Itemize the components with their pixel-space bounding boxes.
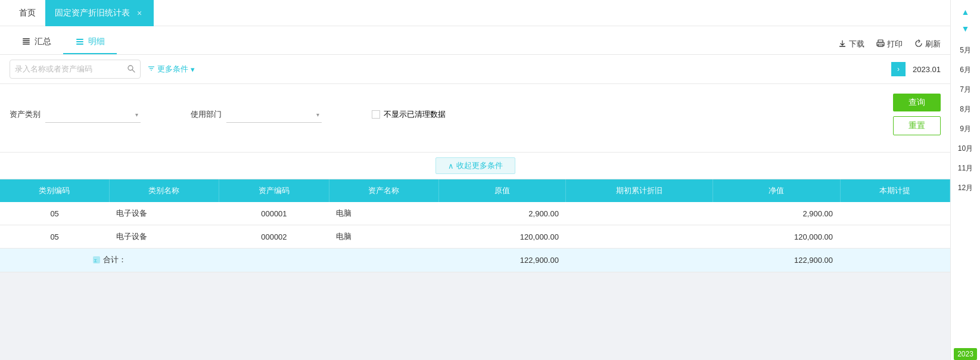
asset-category-select[interactable]: [45, 106, 141, 123]
download-button[interactable]: 下载: [838, 39, 864, 49]
collapse-label: 收起更多条件: [456, 160, 503, 171]
total-row: Σ 合计： 122,900.00 122,900.00: [0, 249, 950, 272]
svg-rect-4: [76, 39, 83, 40]
filter-actions: 查询 重置: [893, 94, 941, 135]
nav-home[interactable]: 首页: [10, 0, 45, 26]
tab-summary-label: 汇总: [35, 36, 51, 47]
col-category-code: 类别编码: [0, 179, 109, 202]
use-dept-select[interactable]: [226, 106, 322, 123]
sub-tabs-bar: 汇总 明细: [0, 26, 950, 55]
asset-category-filter: 资产类别: [10, 106, 141, 123]
filter-icon: [148, 65, 155, 74]
tab-detail[interactable]: 明细: [63, 36, 117, 54]
cell-net-value: 120,000.00: [713, 225, 840, 249]
print-icon: [876, 39, 885, 49]
cell-accumulated-depreciation: [566, 202, 713, 225]
cell-original-value: 120,000.00: [439, 225, 566, 249]
svg-rect-7: [839, 46, 845, 47]
month-item[interactable]: 12月: [956, 178, 975, 198]
tab-summary[interactable]: 汇总: [10, 36, 63, 54]
month-item[interactable]: 8月: [956, 100, 975, 119]
asset-category-label: 资产类别: [10, 109, 41, 120]
col-accumulated-depreciation: 期初累计折旧: [566, 179, 713, 202]
cell-current-provision: [840, 202, 950, 225]
svg-rect-0: [23, 40, 30, 41]
filter-bar: 录入名称或者资产编码 更多条件 ▾: [0, 55, 950, 84]
right-panel: ▲ ▼ 5月6月7月8月9月10月11月12月 2023: [950, 0, 980, 360]
asset-category-select-wrapper[interactable]: [45, 106, 141, 123]
cell-current-provision: [840, 225, 950, 249]
collapse-bar: ∧ 收起更多条件: [0, 153, 950, 179]
svg-rect-10: [878, 44, 883, 46]
more-conditions-button[interactable]: 更多条件 ▾: [148, 64, 195, 75]
refresh-button[interactable]: 刷新: [914, 39, 941, 49]
scroll-up-button[interactable]: ▲: [959, 5, 973, 19]
cell-category-name: 电子设备: [109, 225, 219, 249]
svg-rect-5: [76, 41, 83, 42]
col-asset-code: 资产编码: [219, 179, 329, 202]
total-current-provision: [840, 249, 950, 272]
total-net-value: 122,900.00: [713, 249, 840, 272]
data-table: 类别编码 类别名称 资产编码 资产名称 原值 期初累计折旧 净值 本期计提 05…: [0, 179, 950, 272]
nav-tab-fixed-assets[interactable]: 固定资产折旧统计表 ×: [45, 0, 154, 26]
chevron-down-icon: ▾: [191, 65, 195, 74]
table-body: 05 电子设备 000001 电脑 2,900.00 2,900.00 05 电…: [0, 202, 950, 272]
tab-close-icon[interactable]: ×: [135, 8, 144, 18]
year-badge[interactable]: 2023: [954, 348, 977, 360]
cell-asset-code: 000002: [219, 225, 329, 249]
query-button[interactable]: 查询: [893, 94, 941, 111]
download-label: 下载: [849, 39, 864, 49]
cell-asset-code: 000001: [219, 202, 329, 225]
cell-category-code: 05: [0, 225, 109, 249]
month-item[interactable]: 9月: [956, 119, 975, 139]
svg-text:Σ: Σ: [94, 258, 97, 263]
month-list: 5月6月7月8月9月10月11月12月: [956, 41, 975, 198]
cell-asset-name: 电脑: [329, 225, 438, 249]
col-net-value: 净值: [713, 179, 840, 202]
tab-detail-label: 明细: [88, 36, 105, 47]
chevron-up-icon: ∧: [448, 162, 454, 170]
collapse-button[interactable]: ∧ 收起更多条件: [435, 157, 515, 174]
search-input-wrapper[interactable]: 录入名称或者资产编码: [10, 60, 141, 79]
month-item[interactable]: 7月: [956, 80, 975, 100]
nav-arrows: ▲ ▼: [959, 0, 973, 41]
expanded-filter: 资产类别 使用部门 不显示已清理数据 查询: [0, 84, 950, 153]
cell-original-value: 2,900.00: [439, 202, 566, 225]
col-asset-name: 资产名称: [329, 179, 438, 202]
search-icon: [127, 64, 135, 75]
nav-tab-label: 固定资产折旧统计表: [55, 8, 130, 18]
col-current-provision: 本期计提: [840, 179, 950, 202]
month-item[interactable]: 6月: [956, 60, 975, 80]
cell-asset-name: 电脑: [329, 202, 438, 225]
cell-category-code: 05: [0, 202, 109, 225]
month-item[interactable]: 5月: [956, 41, 975, 60]
toolbar-right: 下载 打印: [838, 39, 941, 54]
col-original-value: 原值: [439, 179, 566, 202]
total-asset-name: [329, 249, 438, 272]
table-row[interactable]: 05 电子设备 000002 电脑 120,000.00 120,000.00: [0, 225, 950, 249]
cell-net-value: 2,900.00: [713, 202, 840, 225]
table-row[interactable]: 05 电子设备 000001 电脑 2,900.00 2,900.00: [0, 202, 950, 225]
month-item[interactable]: 10月: [956, 139, 975, 159]
print-button[interactable]: 打印: [876, 39, 903, 49]
hide-cleared-checkbox-item[interactable]: 不显示已清理数据: [372, 109, 446, 120]
filter-expand-button[interactable]: ›: [891, 62, 906, 76]
hide-cleared-label: 不显示已清理数据: [384, 109, 446, 120]
hide-cleared-checkbox[interactable]: [372, 110, 380, 119]
total-label: Σ 合计：: [0, 249, 219, 272]
svg-rect-2: [23, 44, 30, 45]
filter-row-1: 资产类别 使用部门 不显示已清理数据 查询: [10, 94, 941, 135]
layers-icon: [21, 37, 31, 46]
svg-rect-3: [23, 38, 30, 39]
total-accumulated-depreciation: [566, 249, 713, 272]
use-dept-select-wrapper[interactable]: [226, 106, 322, 123]
reset-button[interactable]: 重置: [893, 116, 941, 135]
col-category-name: 类别名称: [109, 179, 219, 202]
download-icon: [838, 39, 847, 49]
svg-line-12: [132, 70, 135, 72]
use-dept-label: 使用部门: [191, 109, 222, 120]
month-item[interactable]: 11月: [956, 159, 975, 178]
date-label: 2023.01: [913, 65, 941, 74]
scroll-down-button[interactable]: ▼: [959, 21, 973, 36]
table-header-row: 类别编码 类别名称 资产编码 资产名称 原值 期初累计折旧 净值 本期计提: [0, 179, 950, 202]
